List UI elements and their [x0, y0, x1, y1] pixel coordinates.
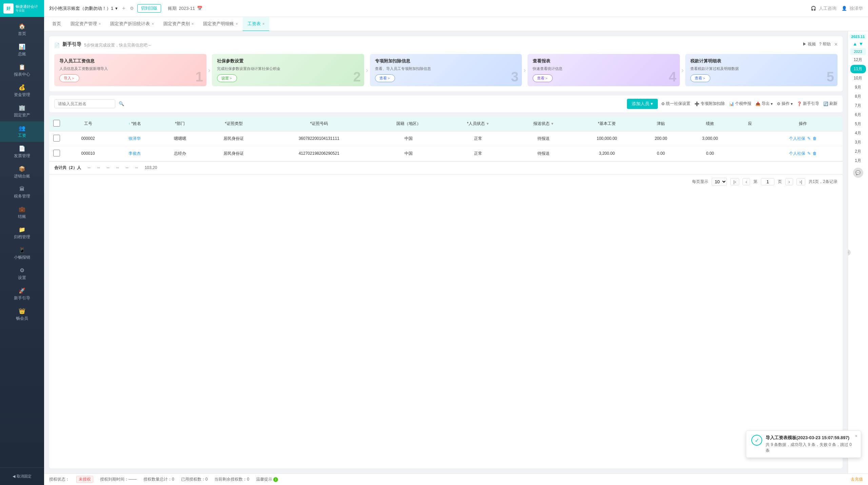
select-all-checkbox[interactable] — [53, 120, 60, 127]
step-1-button[interactable]: 导入＞ — [59, 74, 79, 82]
tab-close-icon[interactable]: × — [99, 22, 101, 26]
sidebar-item-invoice[interactable]: 📄 发票管理 — [0, 142, 44, 162]
sidebar-item-guide[interactable]: 🚀 新手引导 — [0, 284, 44, 304]
month-item-10[interactable]: 10月 — [850, 74, 866, 82]
col-allowance: 津贴 — [638, 116, 684, 131]
sidebar-item-close[interactable]: 💼 结账 — [0, 203, 44, 223]
month-item-8[interactable]: 8月 — [850, 92, 866, 101]
tab-home[interactable]: 首页 — [47, 17, 66, 31]
wizard-doc-icon: 📄 — [54, 43, 60, 48]
settings-cog-icon[interactable]: ⚙ — [130, 6, 134, 11]
step-3-button[interactable]: 查看＞ — [375, 74, 395, 82]
sidebar-item-assets[interactable]: 🏢 固定资产 — [0, 101, 44, 122]
tab-payroll[interactable]: 工资表 × — [243, 17, 269, 31]
export-button[interactable]: 📤 导出 ▾ — [755, 101, 773, 107]
cancel-fixed-button[interactable]: ◀ 取消固定 — [0, 471, 44, 482]
col-id: 工号 — [64, 116, 112, 131]
month-item-6[interactable]: 6月 — [850, 111, 866, 119]
panel-collapse-button[interactable]: « — [848, 249, 851, 256]
month-item-7[interactable]: 7月 — [850, 101, 866, 110]
info-icon: i — [273, 477, 278, 482]
sidebar-item-home[interactable]: 🏠 首页 — [0, 20, 44, 40]
sidebar-item-expense[interactable]: 📱 小畅报销 — [0, 243, 44, 264]
edit-icon[interactable]: ✎ — [807, 136, 811, 141]
step-5-button[interactable]: 查看＞ — [690, 74, 710, 82]
wizard-step-4: 查看报表 快速查看统计信息 查看＞ 4 — [528, 54, 680, 86]
help-link[interactable]: ? 帮助 — [819, 41, 831, 47]
charge-button[interactable]: 去充值 — [851, 477, 863, 482]
next-page-button[interactable]: › — [785, 178, 793, 185]
period-selector[interactable]: 账期 2023-11 📅 — [168, 5, 202, 12]
last-page-button[interactable]: ›| — [796, 178, 805, 185]
employee-name-link[interactable]: 徐泽华 — [129, 136, 141, 141]
year-display: 2023.11 — [850, 34, 867, 39]
tab-depreciation[interactable]: 固定资产折旧统计表 × — [105, 17, 158, 31]
wizard-close-button[interactable]: × — [834, 41, 837, 48]
search-icon[interactable]: 🔍 — [119, 101, 124, 106]
sidebar-item-ledger[interactable]: 📊 总账 — [0, 40, 44, 60]
month-item-2[interactable]: 2月 — [850, 147, 866, 156]
month-item-3[interactable]: 3月 — [850, 138, 866, 147]
video-link[interactable]: ▶ 视频 — [803, 41, 816, 47]
step-4-button[interactable]: 查看＞ — [533, 74, 553, 82]
month-item-4[interactable]: 4月 — [850, 129, 866, 137]
customer-service[interactable]: 🎧 人工咨询 — [811, 5, 836, 12]
edit-icon[interactable]: ✎ — [807, 151, 811, 156]
col-base-salary: *基本工资 — [575, 116, 638, 131]
employee-name-link[interactable]: 李俊杰 — [129, 151, 141, 156]
deduction-icon: ➕ — [694, 101, 699, 106]
tab-close-icon[interactable]: × — [192, 22, 194, 26]
month-item-11[interactable]: 11月 — [850, 65, 866, 73]
sidebar-item-archive[interactable]: 📁 归档管理 — [0, 223, 44, 243]
add-person-button[interactable]: 添加人员 ▾ — [627, 99, 658, 109]
delete-icon[interactable]: 🗑 — [813, 136, 817, 141]
add-account-icon[interactable]: ＋ — [121, 5, 126, 12]
toast-close-button[interactable]: × — [855, 433, 857, 439]
sidebar-item-reports[interactable]: 📋 报表中心 — [0, 60, 44, 81]
prev-page-button[interactable]: ‹ — [743, 178, 750, 185]
new-guide-button[interactable]: ❓ 新手引导 — [797, 101, 819, 107]
sidebar-item-salary[interactable]: 👥 工资 — [0, 122, 44, 142]
page-input[interactable] — [761, 178, 774, 185]
feedback-icon[interactable]: 💬 — [853, 168, 863, 178]
status-filter-icon[interactable]: ▼ — [486, 122, 489, 126]
refresh-button[interactable]: 🔄 刷新 — [823, 101, 837, 107]
report-status-filter-icon[interactable]: ▼ — [551, 122, 554, 126]
tax-declaration-button[interactable]: 📊 个税申报 — [729, 101, 751, 107]
tab-asset-detail[interactable]: 固定资产明细账 × — [198, 17, 242, 31]
table-row: 000010 李俊杰 总经办 居民身份证 412702198206290521 … — [49, 146, 843, 161]
sidebar-item-settings[interactable]: ⚙ 设置 — [0, 264, 44, 284]
tab-close-icon[interactable]: × — [262, 22, 264, 26]
sidebar-item-funds[interactable]: 💰 资金管理 — [0, 81, 44, 101]
sidebar-item-inventory[interactable]: 📦 进销台账 — [0, 162, 44, 183]
user-info[interactable]: 👤 徐泽华 — [842, 5, 863, 12]
archive-icon: 📁 — [19, 226, 25, 233]
month-item-9[interactable]: 9月 — [850, 83, 866, 92]
month-item-12[interactable]: 12月 — [850, 56, 866, 64]
month-item-1[interactable]: 1月 — [850, 156, 866, 165]
tab-fixed-assets[interactable]: 固定资产管理 × — [66, 17, 105, 31]
special-deduction-button[interactable]: ➕ 专项附加扣除 — [694, 101, 725, 107]
operations-button[interactable]: ⚙ 操作 ▾ — [777, 101, 793, 107]
step-desc: 人员信息及工资数据新增导入 — [59, 66, 201, 72]
tab-close-icon[interactable]: × — [236, 22, 238, 26]
next-year-button[interactable]: ▼ — [859, 41, 864, 46]
per-page-select[interactable]: 10 20 50 — [712, 178, 727, 186]
tab-asset-category[interactable]: 固定资产类别 × — [159, 17, 198, 31]
step-2-button[interactable]: 设置＞ — [217, 74, 237, 82]
unified-social-insurance-button[interactable]: ⚙ 统一社保设置 — [661, 101, 690, 107]
month-item-5[interactable]: 5月 — [850, 120, 866, 128]
search-input[interactable] — [54, 99, 115, 108]
sidebar-item-tax[interactable]: 🏛 税务管理 — [0, 183, 44, 203]
personal-social-insurance-link[interactable]: 个人社保 — [789, 136, 805, 142]
first-page-button[interactable]: |‹ — [730, 178, 739, 185]
row-checkbox[interactable] — [53, 135, 60, 142]
tab-close-icon[interactable]: × — [152, 22, 154, 26]
personal-social-insurance-link[interactable]: 个人社保 — [789, 151, 805, 156]
old-version-button[interactable]: 切到旧版 — [137, 4, 161, 13]
prev-year-button[interactable]: ▲ — [853, 41, 857, 46]
delete-icon[interactable]: 🗑 — [813, 151, 817, 156]
sidebar-item-member[interactable]: 👑 畅会员 — [0, 304, 44, 325]
account-selector[interactable]: 刘小艳演示账套（勿删勿动！）1 ▾ — [49, 5, 118, 12]
row-checkbox[interactable] — [53, 150, 60, 156]
